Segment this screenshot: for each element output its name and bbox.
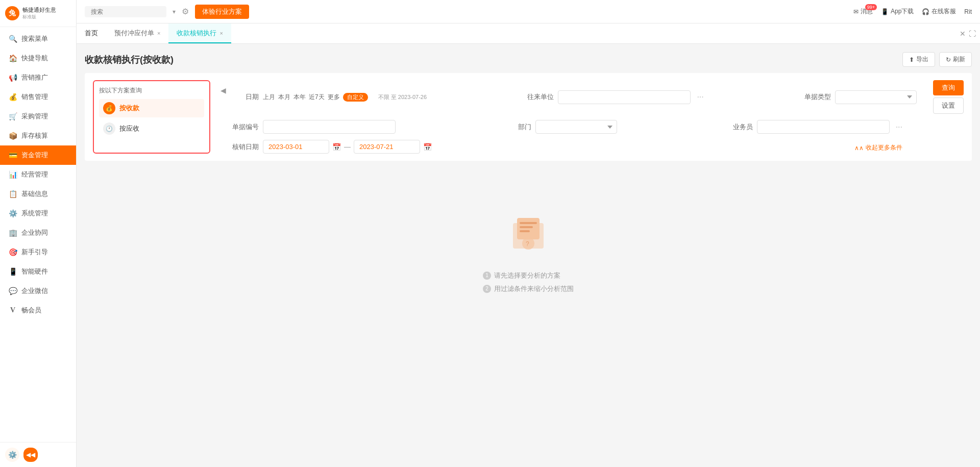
calendar-start-icon[interactable]: 📅: [332, 143, 341, 151]
app-logo: 兔 畅捷通好生意 标准版: [0, 0, 76, 27]
counterpart-dots-icon[interactable]: ···: [697, 92, 703, 102]
chevron-up-icon: ∧∧: [854, 144, 864, 152]
date-more[interactable]: 更多: [328, 93, 340, 102]
page-actions: ⬆ 导出 ↻ 刷新: [902, 52, 972, 67]
svg-rect-2: [520, 222, 537, 224]
user-name[interactable]: Rit: [964, 8, 972, 15]
sidebar-menu: 🔍 搜索菜单 🏠 快捷导航 📢 营销推广 💰 销售管理 🛒 采购管理 📦 库存核…: [0, 27, 76, 442]
sidebar-item-member[interactable]: V 畅会员: [0, 301, 76, 320]
wechat-icon: 💬: [8, 286, 17, 296]
logo-text: 畅捷通好生意 标准版: [22, 6, 56, 20]
date-this-year[interactable]: 本年: [293, 93, 306, 102]
sidebar-item-marketing[interactable]: 📢 营销推广: [0, 68, 76, 87]
tab-close-icon[interactable]: ✕: [960, 30, 966, 38]
sidebar-item-search-menu[interactable]: 🔍 搜索菜单: [0, 29, 76, 48]
settings-icon[interactable]: ⚙️: [5, 448, 19, 462]
settings-button[interactable]: 设置: [933, 97, 964, 114]
marketing-icon: 📢: [8, 73, 17, 82]
sidebar-item-inventory[interactable]: 📦 库存核算: [0, 126, 76, 145]
empty-step-1: 1 请先选择要分析的方案: [483, 269, 574, 282]
tab-receivable-close[interactable]: ×: [219, 30, 223, 36]
sidebar-item-system[interactable]: ⚙️ 系统管理: [0, 204, 76, 223]
enterprise-icon: 🏢: [8, 228, 17, 237]
export-icon: ⬆: [909, 56, 914, 63]
empty-step-2: 2 用过滤条件来缩小分析范围: [483, 282, 574, 296]
tab-receivable[interactable]: 收款核销执行 ×: [168, 23, 231, 43]
refresh-button[interactable]: ↻ 刷新: [939, 52, 972, 67]
date-custom-badge[interactable]: 自定义: [343, 93, 368, 102]
quick-nav-icon: 🏠: [8, 54, 17, 63]
collapse-more: ∧∧ 收起更多条件: [600, 143, 902, 152]
verify-date-end[interactable]: 2023-07-21: [354, 140, 420, 154]
verify-date-start[interactable]: 2023-03-01: [263, 140, 329, 154]
sidebar-item-purchase[interactable]: 🛒 采购管理: [0, 107, 76, 126]
topbar-search-input[interactable]: [85, 6, 166, 17]
filter-option-by-receivable[interactable]: 🕐 按应收: [99, 119, 204, 138]
sidebar-item-hardware[interactable]: 📱 智能硬件: [0, 262, 76, 281]
logo-icon: 兔: [5, 6, 19, 20]
tab-expand-icon[interactable]: ⛶: [969, 30, 976, 38]
sidebar-item-guide[interactable]: 🎯 新手引导: [0, 242, 76, 262]
inventory-icon: 📦: [8, 131, 17, 140]
counterpart-input[interactable]: [558, 90, 691, 104]
sidebar-item-wechat[interactable]: 💬 企业微信: [0, 281, 76, 301]
date-7days[interactable]: 近7天: [309, 93, 325, 102]
date-this-month[interactable]: 本月: [278, 93, 290, 102]
topbar: ▾ ⚙ 体验行业方案 ✉ 消息 99+ 📱 App下载 🎧 在线客服 Rit: [77, 0, 980, 23]
tab-prepay[interactable]: 预付冲应付单 ×: [106, 23, 168, 43]
topbar-dropdown-icon[interactable]: ▾: [173, 8, 176, 15]
page-title: 收款核销执行(按收款): [85, 54, 174, 66]
purchase-icon: 🛒: [8, 112, 17, 121]
filter-collapse-icon[interactable]: ◀: [218, 84, 228, 96]
filter-option-by-receipt[interactable]: 💰 按收款: [99, 99, 204, 117]
sidebar-item-finance[interactable]: 💳 资金管理: [0, 145, 76, 165]
svg-rect-3: [520, 226, 533, 228]
verify-date-range: 2023-03-01 📅 — 2023-07-21 📅: [263, 140, 432, 154]
message-button[interactable]: ✉ 消息 99+: [853, 7, 873, 16]
refresh-icon: ↻: [946, 56, 951, 63]
voucher-no-input[interactable]: [263, 120, 396, 134]
online-service-button[interactable]: 🎧 在线客服: [922, 7, 956, 16]
member-icon: V: [8, 306, 17, 315]
tab-home[interactable]: 首页: [77, 23, 106, 43]
receivable-option-icon: 🕐: [103, 122, 115, 135]
export-button[interactable]: ⬆ 导出: [902, 52, 935, 67]
app-download-button[interactable]: 📱 App下载: [881, 7, 914, 16]
filter-row-3: 核销日期 2023-03-01 📅 — 2023-07-21 📅 ∧∧: [228, 140, 964, 154]
sidebar-item-enterprise[interactable]: 🏢 企业协同: [0, 223, 76, 242]
solution-button[interactable]: 体验行业方案: [195, 5, 249, 19]
sidebar-item-basic-info[interactable]: 📋 基础信息: [0, 184, 76, 204]
collapse-more-button[interactable]: ∧∧ 收起更多条件: [854, 143, 902, 152]
salesperson-dots-icon[interactable]: ···: [896, 122, 902, 132]
empty-illustration: ?: [503, 208, 554, 259]
tab-prepay-close[interactable]: ×: [157, 30, 160, 36]
filter-scheme-selector: 按以下方案查询 💰 按收款 🕐 按应收: [93, 80, 210, 154]
voucher-type-select[interactable]: [835, 90, 917, 104]
dept-select[interactable]: [535, 120, 617, 134]
main-area: ▾ ⚙ 体验行业方案 ✉ 消息 99+ 📱 App下载 🎧 在线客服 Rit 首…: [77, 0, 980, 467]
counterpart-field: 往来单位 ···: [523, 90, 703, 104]
voucher-type-field: 单据类型: [800, 90, 917, 104]
sidebar-item-sales[interactable]: 💰 销售管理: [0, 87, 76, 107]
query-button[interactable]: 查询: [933, 80, 964, 95]
operations-icon: 📊: [8, 170, 17, 179]
tabs-spacer: [231, 23, 955, 43]
sidebar-item-operations[interactable]: 📊 经营管理: [0, 165, 76, 184]
basic-info-icon: 📋: [8, 189, 17, 199]
sidebar: 兔 畅捷通好生意 标准版 🔍 搜索菜单 🏠 快捷导航 📢 营销推广 💰 销售管理…: [0, 0, 77, 467]
search-menu-icon: 🔍: [8, 34, 17, 43]
tabs-controls: ✕ ⛶: [955, 23, 980, 43]
phone-icon: 📱: [881, 8, 889, 15]
date-last-month[interactable]: 上月: [263, 93, 275, 102]
filter-row-1: 日期 上月 本月 本年 近7天 更多 自定义 不限 至 2023-07-26: [228, 80, 964, 114]
sidebar-item-quick-nav[interactable]: 🏠 快捷导航: [0, 48, 76, 68]
sidebar-collapse-button[interactable]: ◀◀: [23, 448, 38, 462]
calendar-end-icon[interactable]: 📅: [423, 143, 432, 151]
tabs-bar: 首页 预付冲应付单 × 收款核销执行 × ✕ ⛶: [77, 23, 980, 44]
topbar-gear-icon[interactable]: ⚙: [182, 7, 189, 16]
salesperson-field: 业务员 ···: [722, 120, 902, 134]
sidebar-bottom: ⚙️ ◀◀: [0, 442, 76, 467]
receipt-option-icon: 💰: [103, 102, 115, 114]
sales-icon: 💰: [8, 92, 17, 102]
salesperson-input[interactable]: [757, 120, 890, 134]
